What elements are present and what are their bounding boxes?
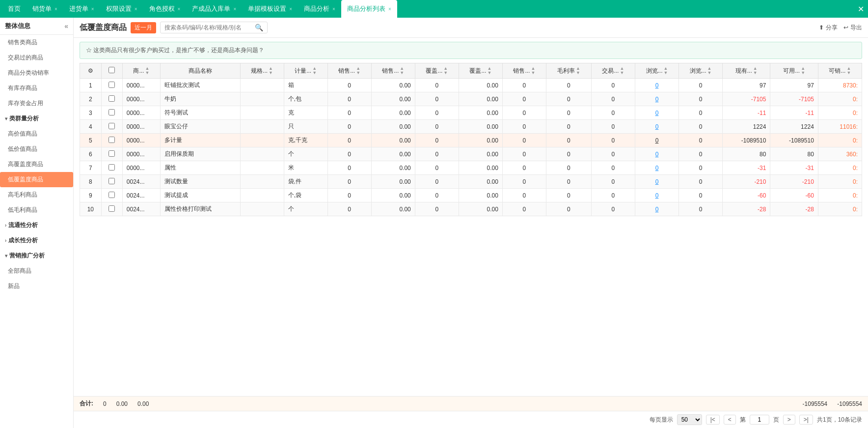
- current-page-input[interactable]: [750, 415, 769, 425]
- sidebar-item-category-rate[interactable]: 商品分类动销率: [0, 65, 73, 81]
- gross-margin-column-header[interactable]: 毛利率▲▼: [546, 63, 591, 79]
- close-product-inbound-icon[interactable]: ×: [233, 6, 236, 12]
- row-sales-amt: 0.00: [371, 189, 415, 202]
- row-sales-amt: 0.00: [371, 134, 415, 147]
- tab-purchase-order[interactable]: 进货单 ×: [63, 0, 100, 18]
- row-checkbox[interactable]: [101, 79, 122, 92]
- code-column-header[interactable]: 商...▲▼: [122, 63, 160, 79]
- close-role-auth-icon[interactable]: ×: [178, 6, 181, 12]
- sidebar-item-high-value[interactable]: 高价值商品: [0, 126, 73, 142]
- sidebar-item-stocked-goods[interactable]: 有库存商品: [0, 81, 73, 96]
- sidebar-group-marketing[interactable]: ▾ 营销推广分析: [0, 248, 73, 263]
- row-browse1[interactable]: 0: [635, 79, 678, 92]
- row-coverage2: 0.00: [459, 79, 502, 92]
- row-browse1[interactable]: 0: [635, 134, 678, 147]
- sidebar-group-cluster[interactable]: ▾ 类群量分析: [0, 111, 73, 126]
- sidebar-item-stock-fund[interactable]: 库存资金占用: [0, 96, 73, 111]
- row-browse1[interactable]: 0: [635, 175, 678, 189]
- transaction-column-header[interactable]: 交易...▲▼: [591, 63, 635, 79]
- sidebar-item-high-coverage[interactable]: 高覆盖度商品: [0, 157, 73, 172]
- sidebar-item-all-goods[interactable]: 全部商品: [0, 263, 73, 279]
- browse1-column-header[interactable]: 浏览...▲▼: [635, 63, 678, 79]
- row-unit: 个: [284, 147, 327, 161]
- tab-role-auth[interactable]: 角色授权 ×: [143, 0, 187, 18]
- current-stock-column-header[interactable]: 现有...▲▼: [723, 63, 770, 79]
- page-size-select[interactable]: 20 50 100: [677, 414, 702, 425]
- close-sales-order-icon[interactable]: ×: [54, 6, 57, 12]
- coverage1-column-header[interactable]: 覆盖...▲▼: [415, 63, 459, 79]
- tab-product-analysis[interactable]: 商品分析 ×: [298, 0, 341, 18]
- sellable-column-header[interactable]: 可销...▲▼: [818, 63, 862, 79]
- close-product-analysis-list-icon[interactable]: ×: [388, 6, 391, 12]
- sales-qty-column-header[interactable]: 销售...▲▼: [327, 63, 371, 79]
- browse2-column-header[interactable]: 浏览...▲▼: [679, 63, 723, 79]
- sidebar-item-new-goods[interactable]: 新品: [0, 279, 73, 294]
- row-browse1[interactable]: 0: [635, 106, 678, 120]
- search-icon: 🔍: [255, 24, 263, 31]
- sidebar-item-sales-goods[interactable]: 销售类商品: [0, 35, 73, 50]
- total-records: 共1页，10条记录: [817, 416, 862, 424]
- sidebar-group-growth[interactable]: › 成长性分析: [0, 233, 73, 248]
- sidebar-item-low-margin[interactable]: 低毛利商品: [0, 202, 73, 218]
- tab-product-analysis-list[interactable]: 商品分析列表 ×: [341, 0, 397, 18]
- row-checkbox[interactable]: [101, 106, 122, 120]
- close-product-analysis-icon[interactable]: ×: [332, 6, 335, 12]
- row-browse1[interactable]: 0: [635, 161, 678, 175]
- sidebar-collapse-icon[interactable]: «: [64, 22, 68, 30]
- table-container[interactable]: ⚙ 商...▲▼ 商品名称 规格...▲▼ 计量...▲▼ 销售...▲▼ 销售…: [74, 63, 868, 396]
- row-checkbox[interactable]: [101, 92, 122, 106]
- settings-column-header[interactable]: ⚙: [80, 63, 102, 79]
- next-page-button[interactable]: >: [783, 415, 795, 425]
- export-button[interactable]: ↩ 导出: [843, 24, 862, 32]
- close-all-tabs-icon[interactable]: ✕: [858, 4, 864, 14]
- row-browse1[interactable]: 0: [635, 120, 678, 134]
- row-coverage2: 0.00: [459, 161, 502, 175]
- sidebar-item-traded-goods[interactable]: 交易过的商品: [0, 50, 73, 65]
- sidebar-item-low-coverage[interactable]: 低覆盖度商品: [0, 172, 73, 187]
- tab-permission-settings[interactable]: 权限设置 ×: [100, 0, 143, 18]
- prev-page-button[interactable]: <: [724, 415, 736, 425]
- page-label: 第: [740, 416, 746, 424]
- sidebar-item-high-margin[interactable]: 高毛利商品: [0, 187, 73, 202]
- close-template-icon[interactable]: ×: [289, 6, 292, 12]
- row-checkbox[interactable]: [101, 202, 122, 216]
- row-checkbox[interactable]: [101, 120, 122, 134]
- search-input[interactable]: [164, 24, 253, 31]
- coverage2-column-header[interactable]: 覆盖...▲▼: [459, 63, 502, 79]
- tab-sales-order[interactable]: 销货单 ×: [27, 0, 63, 18]
- share-button[interactable]: ⬆ 分享: [819, 24, 838, 32]
- last-page-button[interactable]: >|: [799, 415, 813, 425]
- sales-amt-column-header[interactable]: 销售...▲▼: [371, 63, 415, 79]
- row-spec: [240, 189, 284, 202]
- row-browse1[interactable]: 0: [635, 92, 678, 106]
- row-checkbox[interactable]: [101, 189, 122, 202]
- spec-column-header[interactable]: 规格...▲▼: [240, 63, 284, 79]
- sales-count-column-header[interactable]: 销售...▲▼: [502, 63, 546, 79]
- unit-column-header[interactable]: 计量...▲▼: [284, 63, 327, 79]
- row-browse1[interactable]: 0: [635, 189, 678, 202]
- row-checkbox[interactable]: [101, 147, 122, 161]
- row-checkbox[interactable]: [101, 175, 122, 189]
- table-row: 5 0000... 多计量 克,千克 0 0.00 0 0.00 0 0 0 0…: [80, 134, 862, 147]
- row-code: 0000...: [122, 106, 160, 120]
- row-coverage2: 0.00: [459, 134, 502, 147]
- sidebar-group-flow[interactable]: › 流通性分析: [0, 218, 73, 233]
- tab-product-inbound[interactable]: 产成品入库单 ×: [186, 0, 242, 18]
- close-permission-icon[interactable]: ×: [135, 6, 137, 12]
- row-browse1[interactable]: 0: [635, 147, 678, 161]
- row-code: 0024...: [122, 175, 160, 189]
- tab-home[interactable]: 首页: [2, 0, 27, 18]
- table-row: 6 0000... 启用保质期 个 0 0.00 0 0.00 0 0 0 0 …: [80, 147, 862, 161]
- checkbox-column-header[interactable]: [101, 63, 122, 79]
- close-purchase-order-icon[interactable]: ×: [91, 6, 94, 12]
- available-column-header[interactable]: 可用...▲▼: [770, 63, 818, 79]
- name-column-header[interactable]: 商品名称: [161, 63, 241, 79]
- sidebar-item-low-value[interactable]: 低价值商品: [0, 142, 73, 157]
- row-checkbox[interactable]: [101, 161, 122, 175]
- row-checkbox[interactable]: [101, 134, 122, 147]
- select-all-checkbox[interactable]: [108, 67, 115, 73]
- period-button[interactable]: 近一月: [131, 22, 156, 33]
- tab-template-settings[interactable]: 单据模板设置 ×: [242, 0, 298, 18]
- first-page-button[interactable]: |<: [706, 415, 720, 425]
- row-browse1[interactable]: 0: [635, 202, 678, 216]
